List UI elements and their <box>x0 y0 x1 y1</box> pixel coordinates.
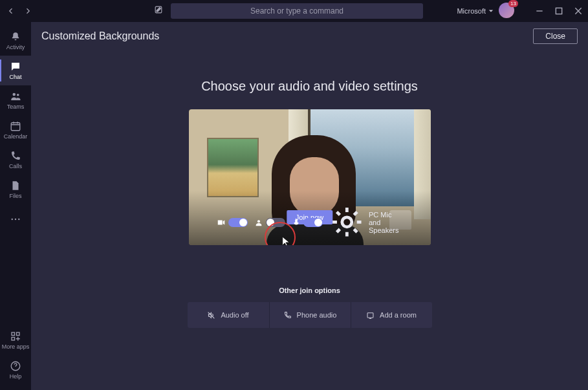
bell-icon <box>10 31 21 43</box>
rail-calls[interactable]: Calls <box>0 145 31 175</box>
svg-point-3 <box>17 94 19 96</box>
device-label: PC Mic and Speakers <box>369 211 402 234</box>
search-input[interactable]: Search or type a command <box>171 3 423 19</box>
org-label: Microsoft <box>457 7 486 15</box>
main-panel: Customized Backgrounds Close Choose your… <box>31 22 588 390</box>
rail-teams[interactable]: Teams <box>0 85 31 115</box>
phone-icon <box>10 150 21 162</box>
svg-rect-1 <box>556 8 561 14</box>
maximize-button[interactable] <box>554 6 563 16</box>
minimize-button[interactable] <box>535 6 544 16</box>
svg-point-12 <box>257 220 260 222</box>
svg-rect-15 <box>367 312 373 317</box>
rail-label: Help <box>10 373 22 380</box>
device-settings[interactable]: PC Mic and Speakers <box>329 204 402 240</box>
close-window-button[interactable] <box>574 6 583 16</box>
option-label: Phone audio <box>297 311 337 319</box>
rail-label: Calendar <box>4 133 28 140</box>
rail-activity[interactable]: Activity <box>0 26 31 56</box>
store-icon <box>10 330 21 342</box>
video-preview: Join now <box>189 109 431 245</box>
rail-label: Calls <box>9 163 22 169</box>
rail-files[interactable]: Files <box>0 175 31 204</box>
svg-rect-10 <box>12 338 15 341</box>
rail-help[interactable]: Help <box>0 355 31 385</box>
other-options-label: Other join options <box>279 287 340 294</box>
room-icon <box>366 311 375 320</box>
mic-toggle[interactable] <box>303 218 323 227</box>
rail-chat[interactable]: Chat <box>0 56 31 85</box>
rail-label: Teams <box>7 103 25 110</box>
rail-calendar[interactable]: Calendar <box>0 115 31 145</box>
teams-icon <box>10 91 21 102</box>
video-toggle[interactable] <box>228 218 248 227</box>
gear-icon <box>329 204 365 240</box>
svg-point-2 <box>13 93 16 96</box>
phone-icon <box>283 311 292 320</box>
background-toggle-group <box>254 218 285 227</box>
calendar-icon <box>10 120 21 132</box>
speaker-off-icon <box>207 311 215 320</box>
title-bar: Search or type a command Microsoft 13 <box>0 0 588 22</box>
rail-label: Files <box>9 193 21 199</box>
microphone-icon <box>292 218 301 227</box>
other-join-options: Audio off Phone audio Add a room <box>188 302 432 328</box>
prejoin-heading: Choose your audio and video settings <box>201 79 418 94</box>
panel-title: Customized Backgrounds <box>41 30 159 42</box>
svg-point-7 <box>18 219 19 220</box>
help-icon <box>10 360 21 372</box>
option-add-room[interactable]: Add a room <box>351 302 432 328</box>
svg-point-5 <box>12 219 13 220</box>
more-icon <box>10 213 21 225</box>
option-audio-off[interactable]: Audio off <box>188 302 269 328</box>
mic-toggle-group <box>292 218 323 227</box>
rail-more[interactable] <box>0 204 31 234</box>
files-icon <box>10 180 21 191</box>
svg-rect-8 <box>12 332 15 336</box>
back-button[interactable] <box>5 5 17 17</box>
close-button[interactable]: Close <box>533 28 578 44</box>
rail-label: Activity <box>6 44 25 50</box>
video-toggle-group <box>217 218 248 227</box>
rail-label: Chat <box>9 74 21 80</box>
app-rail: Activity Chat Teams Calendar Calls Files <box>0 22 31 390</box>
rail-more-apps[interactable]: More apps <box>0 325 31 355</box>
background-toggle[interactable] <box>266 218 285 227</box>
compose-icon[interactable] <box>154 5 163 17</box>
video-icon <box>217 218 226 227</box>
svg-rect-9 <box>17 332 20 336</box>
forward-button[interactable] <box>22 5 34 17</box>
rail-label: More apps <box>2 343 30 350</box>
svg-rect-13 <box>296 219 298 222</box>
notification-badge: 13 <box>508 0 518 7</box>
svg-rect-4 <box>11 123 20 131</box>
prejoin-content: Choose your audio and video settings <box>31 50 588 390</box>
media-controls: PC Mic and Speakers <box>189 204 431 240</box>
option-label: Audio off <box>221 311 248 319</box>
svg-point-14 <box>342 217 352 227</box>
org-switcher[interactable]: Microsoft <box>457 7 494 15</box>
search-placeholder: Search or type a command <box>250 6 343 16</box>
background-blur-icon <box>254 218 263 227</box>
panel-header: Customized Backgrounds Close <box>31 22 588 50</box>
option-phone-audio[interactable]: Phone audio <box>269 302 351 328</box>
svg-point-6 <box>15 219 16 220</box>
chat-icon <box>10 61 21 72</box>
profile-avatar[interactable]: 13 <box>499 3 516 19</box>
option-label: Add a room <box>380 311 417 319</box>
